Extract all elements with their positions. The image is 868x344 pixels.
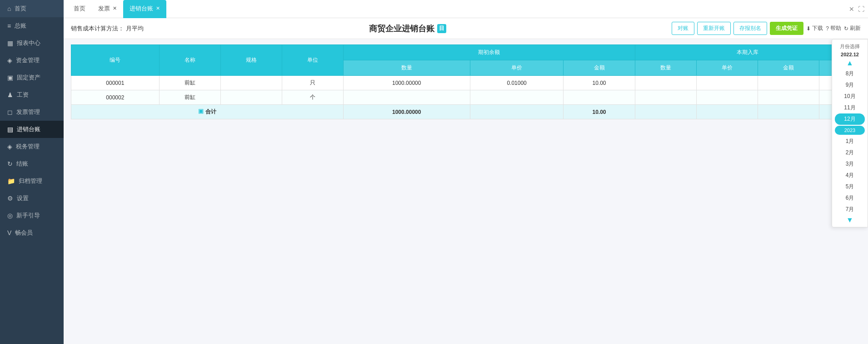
month-6[interactable]: 6月 [832,192,868,204]
col-period-initial: 期初余额 [343,45,635,60]
cell-in-amount-1 [758,76,819,90]
sidebar-item-home[interactable]: ⌂ 首页 [0,0,64,17]
guide-icon: ◎ [7,212,13,219]
finance-icon: ◈ [7,57,12,64]
sidebar-item-jxtz[interactable]: ▤ 进销台账 [0,121,64,138]
scroll-up-arrow[interactable]: ▲ [846,58,853,68]
cell-in-price-1 [696,76,758,90]
download-icon: ⬇ [806,25,811,32]
col-num: 编号 [71,45,160,76]
scroll-down-arrow[interactable]: ▼ [846,215,853,225]
vip-icon: V [7,229,11,236]
total-init-amount: 10.00 [564,105,635,119]
month-12[interactable]: 12月 [835,113,865,125]
invoice-mgmt-icon: ◻ [7,108,13,116]
month-1[interactable]: 1月 [832,136,868,147]
cell-unit-1: 只 [282,76,343,90]
home-icon: ⌂ [7,5,11,12]
month-9[interactable]: 9月 [832,79,868,91]
table-wrapper: 编号 名称 规格 单位 期初余额 本期入库 数量 单价 金额 数量 单价 金额 [64,39,868,344]
month-panel-year-2022: 2022.12 [841,51,859,58]
sidebar-item-report[interactable]: ▦ 报表中心 [0,34,64,52]
sidebar: ⌂ 首页 ≡ 总账 ▦ 报表中心 ◈ 资金管理 ▣ 固定资产 ♟ 工资 ◻ 发票… [0,0,64,344]
refresh-icon: ↻ [844,25,848,32]
salary-icon: ♟ [7,91,13,98]
sidebar-item-vip[interactable]: V 畅会员 [0,224,64,241]
cell-init-qty-1: 1000.00000 [343,76,470,90]
month-2[interactable]: 2月 [832,147,868,158]
page-title: 商贸企业进销台账 目 [144,23,672,34]
col-spec: 规格 [220,45,282,76]
sub-in-price: 单价 [696,60,758,76]
cell-in-price-2 [696,90,758,105]
col-name: 名称 [159,45,220,76]
toolbar: 销售成本计算方法： 月平均 商贸企业进销台账 目 对账 重新开账 存报别名 生成… [64,18,868,39]
cell-num-1: 000001 [71,76,160,90]
report-icon: ▦ [7,39,13,47]
saveas-button[interactable]: 存报别名 [733,22,767,35]
tab-invoice[interactable]: 发票 ✕ [92,0,123,18]
tab-bar: 首页 发票 ✕ 进销台账 ✕ ✕ ⛶ [64,0,868,18]
help-button[interactable]: ? 帮助 [826,25,841,32]
cell-unit-2: 个 [282,90,343,105]
jxtz-icon: ▤ [7,126,13,133]
main-area: 首页 发票 ✕ 进销台账 ✕ ✕ ⛶ 销售成本计算方法： 月平均 商贸企业进销台… [64,0,868,344]
window-close-button[interactable]: ✕ [849,5,854,13]
cell-init-qty-2 [343,90,470,105]
month-8[interactable]: 8月 [832,68,868,79]
duizhang-button[interactable]: 对账 [672,22,694,35]
month-5[interactable]: 5月 [832,181,868,192]
total-init-price [470,105,564,119]
col-unit: 单位 [282,45,343,76]
sidebar-item-tax[interactable]: ◈ 税务管理 [0,138,64,155]
sidebar-item-asset[interactable]: ▣ 固定资产 [0,69,64,86]
total-in-amount [758,105,819,119]
table-row: 000001 前缸 只 1000.00000 0.01000 10.00 [71,76,861,90]
ledger-icon: ≡ [7,22,11,29]
tab-jxtz-close[interactable]: ✕ [156,5,160,11]
sub-init-price: 单价 [470,60,564,76]
sub-init-amount: 金额 [564,60,635,76]
sub-init-qty: 数量 [343,60,470,76]
sidebar-item-salary[interactable]: ♟ 工资 [0,86,64,103]
table-row: 000002 前缸 个 [71,90,861,105]
cell-init-amount-1: 10.00 [564,76,635,90]
total-in-qty [635,105,696,119]
total-row: ▣ 合计 1000.00000 10.00 [71,105,861,119]
col-period-in: 本期入库 [635,45,860,60]
sidebar-item-invoice-mgmt[interactable]: ◻ 发票管理 [0,103,64,121]
refresh-button[interactable]: ↻ 刷新 [844,25,861,32]
month-11[interactable]: 11月 [832,102,868,113]
reopen-button[interactable]: 重新开账 [697,22,731,35]
window-maximize-button[interactable]: ⛶ [858,5,864,13]
checkout-icon: ↻ [7,160,13,167]
month-7[interactable]: 7月 [832,204,868,215]
action-buttons: 对账 重新开账 存报别名 生成凭证 ⬇ 下载 ? 帮助 ↻ 刷新 [672,22,861,35]
download-button[interactable]: ⬇ 下载 [806,25,823,32]
cell-in-amount-2 [758,90,819,105]
sidebar-item-settings[interactable]: ⚙ 设置 [0,190,64,207]
tab-home[interactable]: 首页 [67,0,92,18]
year-2023-badge: 2023 [835,126,865,135]
month-4[interactable]: 4月 [832,170,868,181]
sidebar-item-checkout[interactable]: ↻ 结账 [0,155,64,172]
cost-method-label: 销售成本计算方法： 月平均 [71,25,144,33]
sidebar-item-ledger[interactable]: ≡ 总账 [0,17,64,34]
generate-button[interactable]: 生成凭证 [770,22,803,35]
cell-spec-1 [220,76,282,90]
cell-init-price-1: 0.01000 [470,76,564,90]
month-3[interactable]: 3月 [832,158,868,170]
asset-icon: ▣ [7,74,13,81]
help-icon: ? [826,25,829,32]
sidebar-item-archive[interactable]: 📁 归档管理 [0,172,64,190]
month-panel-title: 月份选择 [840,41,860,51]
month-10[interactable]: 10月 [832,91,868,102]
sidebar-item-guide[interactable]: ◎ 新手引导 [0,207,64,224]
cell-spec-2 [220,90,282,105]
cell-in-qty-1 [635,76,696,90]
tab-invoice-close[interactable]: ✕ [113,5,117,11]
main-table: 编号 名称 规格 单位 期初余额 本期入库 数量 单价 金额 数量 单价 金额 [71,44,861,119]
sidebar-item-finance[interactable]: ◈ 资金管理 [0,52,64,69]
tab-jxtz[interactable]: 进销台账 ✕ [123,0,166,18]
sub-in-amount: 金额 [758,60,819,76]
